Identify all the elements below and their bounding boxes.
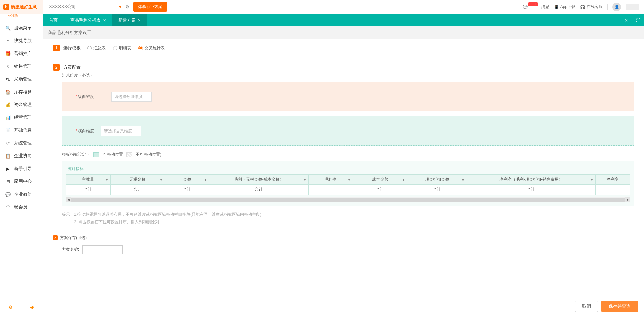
cancel-button[interactable]: 取消	[575, 301, 598, 312]
chevron-down-icon[interactable]: ▾	[106, 178, 108, 181]
stats-table: 主数量▾无税金额▾金额▾毛利（无税金额-成本金额）▾毛利率▾成本金额▾现金折扣金…	[66, 174, 630, 195]
save-query-button[interactable]: 保存并查询	[601, 301, 638, 312]
headset-icon: 🎧	[580, 5, 585, 9]
chevron-down-icon[interactable]: ▼	[118, 5, 122, 9]
column-header-2[interactable]: 金额▾	[165, 175, 209, 185]
sum-cell-4	[308, 185, 353, 195]
footer: 取消 保存并查询	[43, 298, 644, 314]
refresh-icon: ⟳	[5, 140, 11, 146]
sidebar-item-9[interactable]: ⟳系统管理	[0, 137, 43, 149]
sidebar-item-6[interactable]: 💰资金管理	[0, 98, 43, 111]
radio-icon	[138, 46, 143, 50]
chevron-down-icon[interactable]: ▾	[304, 178, 306, 181]
stats-indicators-panel: 统计指标 主数量▾无税金额▾金额▾毛利（无税金额-成本金额）▾毛利率▾成本金额▾…	[62, 161, 634, 206]
chevron-down-icon[interactable]: ▾	[462, 178, 464, 181]
search-icon: 🔍	[5, 25, 11, 31]
vertical-dimension-box: *纵向维度 — 请选择分组维度	[62, 82, 634, 111]
scroll-left-button[interactable]: ◀	[66, 197, 71, 202]
step-2-label: 方案配置	[63, 64, 81, 70]
sum-cell-0: 合计	[66, 185, 111, 195]
bag-icon: 🛍	[5, 76, 11, 82]
horizontal-scrollbar[interactable]: ◀ ▶	[66, 197, 630, 202]
sidebar-item-2[interactable]: 🎁营销推广	[0, 47, 43, 60]
sidebar: b 畅捷通好生意 标准版 🔍搜索菜单⌂快捷导航🎁营销推广⎋销售管理🛍采购管理🏠库…	[0, 0, 43, 314]
sidebar-item-7[interactable]: 📊经营管理	[0, 111, 43, 124]
mobile-icon: 📱	[554, 5, 559, 9]
legend-nondraggable-icon	[126, 152, 132, 157]
stats-title: 统计指标	[66, 166, 630, 172]
column-header-7[interactable]: 净利润（毛利-现金折扣-销售费用）▾	[467, 175, 595, 185]
tips: 提示：1.拖动标题栏可以调整布局，不可跨维度或指标区域拖动栏目字段(只能在同一维…	[62, 211, 634, 226]
tabs-bar: 首页商品毛利分析表✕新建方案✕ ✕ ⛶	[43, 14, 644, 26]
tab-close-icon[interactable]: ✕	[138, 18, 141, 23]
sidebar-item-12[interactable]: ⊞应用中心	[0, 175, 43, 188]
column-header-8[interactable]: 净利率	[595, 175, 630, 185]
cart-icon: ⎋	[5, 64, 11, 69]
company-settings-icon[interactable]: ⚙	[125, 4, 129, 9]
save-scheme-checkbox[interactable]: ✓	[53, 235, 58, 240]
tab-close-icon[interactable]: ✕	[103, 18, 106, 23]
tab-0[interactable]: 首页	[43, 14, 64, 26]
sum-cell-6: 合计	[407, 185, 467, 195]
tab-1[interactable]: 商品毛利分析表✕	[64, 14, 112, 26]
sidebar-item-4[interactable]: 🛍采购管理	[0, 73, 43, 85]
scroll-right-button[interactable]: ▶	[625, 197, 630, 202]
sidebar-item-5[interactable]: 🏠库存核算	[0, 85, 43, 98]
logo[interactable]: b 畅捷通好生意	[0, 0, 43, 14]
column-header-3[interactable]: 毛利（无税金额-成本金额）▾	[209, 175, 309, 185]
chevron-down-icon[interactable]: ▾	[403, 178, 404, 181]
sum-cell-5: 合计	[353, 185, 407, 195]
scroll-thumb[interactable]	[71, 198, 625, 202]
avatar[interactable]: 👤	[612, 3, 621, 11]
vip-icon: ♡	[5, 204, 11, 210]
company-select[interactable]	[48, 3, 115, 11]
step-1-badge: 1	[53, 45, 60, 51]
chevron-down-icon[interactable]: ▾	[591, 178, 593, 181]
wechat-icon: 💬	[5, 191, 11, 197]
column-header-4[interactable]: 毛利率▾	[308, 175, 353, 185]
messages-link[interactable]: 💬 99 + 消息	[523, 4, 549, 10]
chevron-down-icon[interactable]: ▾	[205, 178, 206, 181]
column-header-6[interactable]: 现金折扣金额▾	[407, 175, 467, 185]
step-2-badge: 2	[53, 64, 60, 71]
collapse-button[interactable]: ◀•	[22, 300, 43, 314]
gift-icon: 🎁	[5, 51, 11, 56]
column-header-1[interactable]: 无税金额▾	[110, 175, 165, 185]
chevron-down-icon[interactable]: ▾	[348, 178, 350, 181]
app-icon: ⊞	[5, 179, 11, 184]
vertical-dimension-select[interactable]: 请选择分组维度	[111, 92, 152, 102]
logo-edition: 标准版	[0, 13, 43, 18]
money-icon: 💰	[5, 102, 11, 107]
sidebar-item-0[interactable]: 🔍搜索菜单	[0, 22, 43, 34]
sidebar-item-10[interactable]: 📋企业协同	[0, 149, 43, 162]
app-download-link[interactable]: 📱 App下载	[554, 4, 575, 10]
sidebar-item-13[interactable]: 💬企业微信	[0, 188, 43, 201]
support-link[interactable]: 🎧 在线客服	[580, 4, 603, 10]
tab-expand-button[interactable]: ⛶	[632, 14, 644, 26]
guide-icon: ▶	[5, 166, 11, 171]
template-radio-0[interactable]: 汇总表	[87, 45, 106, 51]
sidebar-item-14[interactable]: ♡畅会员	[0, 201, 43, 213]
tab-2[interactable]: 新建方案✕	[112, 14, 147, 26]
chart-icon: 📊	[5, 115, 11, 120]
industry-cta-button[interactable]: 体验行业方案	[133, 2, 167, 12]
column-header-5[interactable]: 成本金额▾	[353, 175, 407, 185]
user-name[interactable]	[626, 4, 639, 10]
logo-text: 畅捷通好生意	[11, 4, 37, 10]
horizontal-dimension-select[interactable]: 请选择交叉维度	[101, 126, 141, 136]
message-icon: 💬	[523, 5, 528, 9]
column-header-0[interactable]: 主数量▾	[66, 175, 111, 185]
template-radio-1[interactable]: 明细表	[113, 45, 131, 51]
template-radio-2[interactable]: 交叉统计表	[138, 45, 165, 51]
sidebar-item-1[interactable]: ⌂快捷导航	[0, 34, 43, 47]
chevron-down-icon[interactable]: ▾	[160, 178, 162, 181]
sidebar-item-8[interactable]: 📄基础信息	[0, 124, 43, 137]
sidebar-item-11[interactable]: ▶新手引导	[0, 162, 43, 175]
scheme-name-input[interactable]	[82, 245, 123, 254]
settings-button[interactable]: ⚙	[0, 300, 22, 314]
tab-close-active-button[interactable]: ✕	[620, 14, 632, 26]
radio-icon	[87, 46, 92, 50]
home-icon: ⌂	[5, 38, 11, 43]
sidebar-item-3[interactable]: ⎋销售管理	[0, 60, 43, 73]
save-scheme-label: 方案保存(可选)	[60, 235, 87, 241]
